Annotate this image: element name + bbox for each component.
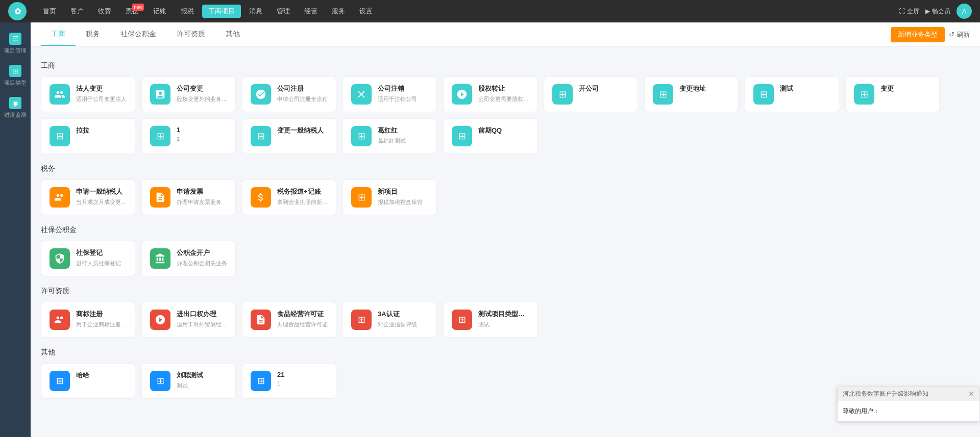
card-sw3[interactable]: 税务报道+记账 拿到营业执照的新公司 [242, 179, 336, 215]
card-ot2[interactable]: ⊞ 刘聪测试 测试 [141, 363, 236, 399]
card-xk4[interactable]: ⊞ 3A认证 对企业信誉评级 [342, 302, 437, 338]
card-gs12[interactable]: ⊞ 变更一般纳税人 [242, 118, 336, 154]
nav-tax[interactable]: 报税 [175, 5, 200, 18]
card-body-gs5: 股权转让 公司变更需要股权转让 [478, 84, 529, 103]
card-body-gs1: 法人变更 适用于公司变更法人 [76, 84, 127, 103]
nav-client[interactable]: 客户 [64, 5, 90, 18]
card-icon-gs12: ⊞ [251, 126, 271, 146]
card-xk3[interactable]: 食品经营许可证 办理食品经营许可证 [242, 302, 336, 338]
card-icon-gs10: ⊞ [50, 126, 70, 146]
card-sw1[interactable]: 申请一般纳税人 当月或次月成变更完成 [41, 179, 135, 215]
card-title-gs6: 开公司 [579, 84, 629, 93]
notification-popup: 河北税务数字账户升级影响通知 ✕ 尊敬的用户： [837, 386, 980, 422]
card-icon-gs9: ⊞ [854, 84, 874, 105]
nav-operation[interactable]: 经营 [298, 5, 324, 18]
card-icon-sw1 [50, 187, 70, 208]
card-title-gs2: 公司变更 [177, 84, 227, 93]
card-gs3[interactable]: 公司注册 申请公司注册全流程 [242, 76, 336, 112]
card-gs14[interactable]: ⊞ 前期QQ [443, 118, 537, 154]
tab-other[interactable]: 其他 [215, 23, 250, 46]
nav-home[interactable]: 首页 [37, 5, 62, 18]
card-xk1[interactable]: 商标注册 用于企业商标注册服务 [41, 302, 135, 338]
refresh-label: 刷新 [957, 30, 970, 39]
sidebar-item-project-type[interactable]: ⊞ 项目类型 [0, 60, 31, 92]
card-gs9[interactable]: ⊞ 变更 [845, 76, 940, 112]
card-body-gs14: 前期QQ [478, 126, 529, 137]
card-sw4[interactable]: ⊞ 新项目 报税加税控盘保管 [342, 179, 437, 215]
notif-content: 尊敬的用户： [838, 401, 979, 421]
add-type-button[interactable]: 新增业务类型 [891, 27, 945, 42]
nav-manage[interactable]: 管理 [271, 5, 296, 18]
nav-right: ⛶ 全屏 ▶ 畅会员 A [899, 4, 972, 19]
card-title-gs8: 测试 [780, 84, 830, 93]
card-body-sb2: 公积金开户 办理公积金相关业务 [177, 248, 227, 267]
card-sb1[interactable]: 社保登记 进行人员社保登记 [41, 241, 135, 276]
card-gs6[interactable]: ⊞ 开公司 [544, 76, 638, 112]
notif-close-button[interactable]: ✕ [968, 390, 974, 398]
tab-gongshang[interactable]: 工商 [41, 23, 76, 46]
card-gs4[interactable]: 公司注销 适用于注销公司 [342, 76, 437, 112]
fullscreen-icon: ⛶ [899, 8, 905, 15]
tab-shuiwu[interactable]: 税务 [76, 23, 110, 46]
card-gs10[interactable]: ⊞ 拉拉 [41, 118, 135, 154]
card-gs2[interactable]: 公司变更 股权变更外的业务变更 [141, 76, 236, 112]
card-title-gs3: 公司注册 [277, 84, 328, 93]
card-title-gs14: 前期QQ [478, 126, 529, 135]
project-type-icon: ⊞ [9, 65, 21, 77]
nav-billing[interactable]: 收费 [92, 5, 117, 18]
nav-message[interactable]: 消息 [243, 5, 268, 18]
refresh-button[interactable]: ↺ 刷新 [949, 30, 970, 39]
card-sw2[interactable]: 申请发票 办理申请发票业务 [141, 179, 236, 215]
nav-service[interactable]: 服务 [326, 5, 351, 18]
card-gs13[interactable]: ⊞ 葛红红 葛红红测试 [342, 118, 437, 154]
nav-invoice[interactable]: 票据 new [119, 5, 145, 18]
fullscreen-label: 全屏 [907, 7, 919, 16]
card-title-sw2: 申请发票 [177, 187, 227, 196]
card-desc-gs2: 股权变更外的业务变更 [177, 95, 227, 103]
card-title-gs10: 拉拉 [76, 126, 127, 135]
card-desc-xk5: 测试 [478, 321, 529, 328]
card-body-sw4: 新项目 报税加税控盘保管 [378, 187, 428, 206]
card-sb2[interactable]: 公积金开户 办理公积金相关业务 [141, 241, 236, 276]
card-icon-gs11: ⊞ [150, 126, 170, 146]
card-title-ot2: 刘聪测试 [177, 371, 227, 380]
sidebar-label-project-type: 项目类型 [4, 79, 27, 87]
sidebar-item-project-mgmt[interactable]: ☰ 项目管理 [0, 28, 31, 60]
card-gs11[interactable]: ⊞ 1 1 [141, 118, 236, 154]
fullscreen-button[interactable]: ⛶ 全屏 [899, 7, 919, 16]
avatar[interactable]: A [957, 4, 972, 19]
card-gs5[interactable]: 股权转让 公司变更需要股权转让 [443, 76, 537, 112]
card-icon-gs7: ⊞ [653, 84, 673, 105]
card-ot1[interactable]: ⊞ 哈哈 [41, 363, 135, 399]
nav-accounting[interactable]: 记账 [147, 5, 173, 18]
section-title-shebao: 社保公积金 [41, 225, 970, 235]
member-button[interactable]: ▶ 畅会员 [925, 7, 950, 16]
nav-settings[interactable]: 设置 [353, 5, 379, 18]
card-body-gs8: 测试 [780, 84, 830, 95]
nav-business[interactable]: 工商项目 [202, 5, 241, 18]
card-xk2[interactable]: 进出口权办理 适用于对外贸易经营者 [141, 302, 236, 338]
card-body-ot1: 哈哈 [76, 371, 127, 382]
card-desc-xk3: 办理食品经营许可证 [277, 321, 328, 328]
card-gs1[interactable]: 法人变更 适用于公司变更法人 [41, 76, 135, 112]
card-body-xk4: 3A认证 对企业信誉评级 [378, 310, 428, 328]
card-ot3[interactable]: ⊞ 21 1 [242, 363, 336, 399]
sidebar-item-progress-monitor[interactable]: ◉ 进度监测 [0, 92, 31, 124]
card-icon-xk1 [50, 310, 70, 330]
card-desc-ot3: 1 [277, 380, 328, 387]
progress-monitor-icon: ◉ [9, 97, 21, 109]
tab-shebao[interactable]: 社保公积金 [110, 23, 166, 46]
card-xk5[interactable]: ⊞ 测试项目类型自定义 测试 [443, 302, 537, 338]
member-label: 畅会员 [932, 7, 950, 16]
card-desc-xk4: 对企业信誉评级 [378, 321, 428, 328]
card-body-gs9: 变更 [880, 84, 931, 95]
sidebar-label-project-mgmt: 项目管理 [4, 47, 27, 55]
card-gs7[interactable]: ⊞ 变更地址 [644, 76, 739, 112]
card-gs8[interactable]: ⊞ 测试 [745, 76, 839, 112]
card-body-gs6: 开公司 [579, 84, 629, 95]
card-body-gs3: 公司注册 申请公司注册全流程 [277, 84, 328, 103]
card-body-sw2: 申请发票 办理申请发票业务 [177, 187, 227, 206]
card-body-gs11: 1 1 [177, 126, 227, 142]
tab-xuke[interactable]: 许可资质 [166, 23, 215, 46]
card-title-sb2: 公积金开户 [177, 248, 227, 258]
